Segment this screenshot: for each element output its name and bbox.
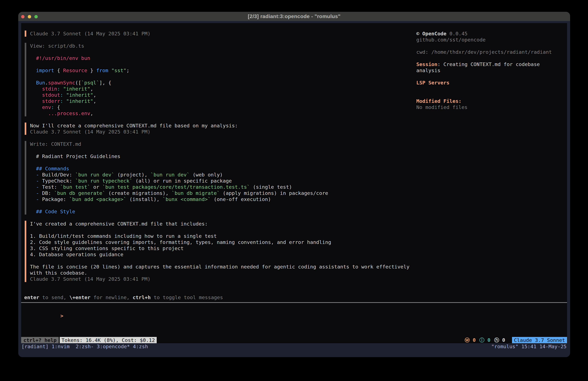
info-count-indicator: ⓘ 0 — [479, 337, 490, 344]
text-segment: (apply migrations) in packages/core — [220, 190, 328, 196]
text-segment: Session — [416, 61, 438, 67]
text-segment: Build/Dev: — [39, 172, 75, 178]
text-segment: { — [54, 104, 60, 110]
text-segment: (web only) — [189, 172, 223, 178]
terminal-line: ## Commands — [30, 165, 567, 172]
terminal-line — [416, 73, 567, 80]
zoom-button[interactable] — [34, 15, 38, 18]
text-segment: `bun db generate` — [54, 190, 105, 196]
terminal-line: # Radiant Project Guidelines — [30, 153, 567, 159]
text-segment: `bun db migrate` — [171, 190, 220, 196]
terminal-line — [30, 147, 567, 153]
prompt-input[interactable]: > — [24, 307, 567, 313]
text-segment: : — [51, 104, 54, 110]
terminal-line — [416, 92, 567, 98]
text-segment: 3. CSS styling conventions specific to t… — [30, 246, 184, 251]
traffic-lights — [21, 15, 38, 18]
text-segment: `bunx <command>` — [163, 196, 211, 202]
text-segment: - — [30, 178, 39, 184]
terminal-line: 3. CSS styling conventions specific to t… — [30, 245, 567, 251]
terminal-line: 2. Code style guidelines covering import… — [30, 239, 567, 245]
text-segment: ctrl+h — [133, 294, 151, 300]
text-segment: © OpenCode — [416, 31, 446, 37]
terminal-content: Claude 3.7 Sonnet (14 May 2025 03:41 PM)… — [18, 23, 570, 357]
text-segment: `bun add <package>` — [69, 196, 126, 202]
text-segment: DB: — [39, 190, 54, 196]
terminal-line: analysis — [416, 67, 567, 73]
text-segment: (single test) — [250, 184, 292, 190]
text-segment: , — [90, 111, 93, 116]
gap — [25, 215, 567, 221]
terminal-line: Modified Files: — [416, 98, 567, 104]
text-segment: Claude 3.7 Sonnet (14 May 2025 03:41 PM) — [30, 276, 150, 282]
terminal-line: 4. Database operations guidance — [30, 251, 567, 257]
minimize-button[interactable] — [28, 15, 31, 18]
text-segment: `bun run dev` — [150, 172, 190, 178]
text-segment: Claude 3.7 Sonnet (14 May 2025 03:41 PM) — [30, 129, 150, 135]
text-segment: \+enter — [69, 294, 90, 300]
terminal-line — [30, 159, 567, 165]
text-segment: spawnSync — [48, 80, 75, 86]
text-segment: from — [96, 67, 108, 73]
terminal-line: No modified files — [416, 104, 567, 110]
terminal-line — [30, 202, 567, 208]
text-segment: "sst" — [111, 67, 126, 73]
gap — [25, 116, 567, 123]
text-segment: : — [60, 92, 63, 98]
text-segment: Modified Files: — [416, 98, 462, 104]
terminal-line — [30, 227, 567, 233]
tmux-session-info: "romulus" 15:41 14-May-25 — [491, 344, 567, 349]
text-segment: Bun — [30, 80, 45, 86]
text-segment: github.com/sst/opencode — [416, 37, 485, 43]
text-segment: LSP Servers — [416, 80, 449, 86]
terminal-line — [30, 116, 567, 123]
chat-area: Claude 3.7 Sonnet (14 May 2025 03:41 PM)… — [21, 23, 567, 337]
terminal-line: - Build/Dev: `bun run dev` (project), `b… — [30, 172, 567, 178]
desktop: [2/3] radiant:3:opencode - "romulus" Cla… — [0, 0, 588, 381]
text-segment: enter — [24, 294, 39, 300]
composer-divider — [21, 302, 567, 303]
gap — [25, 282, 567, 294]
text-segment: ## Commands — [30, 166, 69, 171]
text-segment: 4. Database operations guidance — [30, 251, 124, 257]
text-segment: `bun run typecheck` — [75, 178, 132, 184]
text-segment — [60, 86, 63, 92]
terminal-line: Write: CONTEXT.md — [30, 141, 567, 147]
text-segment: or — [90, 184, 102, 190]
text-segment: I've created a comprehensive CONTEXT.md … — [30, 221, 208, 227]
window-title: [2/3] radiant:3:opencode - "romulus" — [248, 13, 341, 19]
opencode-app: Claude 3.7 Sonnet (14 May 2025 03:41 PM)… — [21, 23, 567, 343]
terminal-line: LSP Servers — [416, 80, 567, 86]
text-segment: "inherit" — [66, 92, 93, 98]
terminal-line: ## Code Style — [30, 208, 567, 215]
tokens-cost-chip: Tokens: 16.4K (8%), Cost: $0.12 — [60, 337, 157, 343]
terminal-line — [416, 43, 567, 49]
text-segment: 0.0.45 — [446, 31, 468, 37]
text-segment: stderr — [30, 98, 60, 104]
text-segment: (install), — [126, 196, 163, 202]
terminal-line — [30, 282, 567, 288]
text-segment: } — [87, 67, 96, 73]
diagnostic-indicators: ⓦ 0ⓘ 0ⓗ 0 — [465, 337, 505, 344]
text-segment: ; — [126, 67, 129, 73]
tmux-window-list: [radiant] 1:nvim 2:zsh- 3:opencode* 4:zs… — [21, 344, 148, 349]
status-bar-right: ⓦ 0ⓘ 0ⓗ 0 Claude 3.7 Sonnet — [465, 337, 567, 343]
text-segment: for newline, — [90, 294, 133, 300]
window-titlebar: [2/3] radiant:3:opencode - "romulus" — [18, 12, 570, 21]
text-segment: 1. Build/lint/test commands including ho… — [30, 233, 217, 239]
tmux-status-bar: [radiant] 1:nvim 2:zsh- 3:opencode* 4:zs… — [18, 343, 570, 350]
text-segment: ([ — [75, 80, 81, 86]
model-chip: Claude 3.7 Sonnet — [512, 337, 567, 343]
text-segment: analysis — [416, 67, 440, 73]
text-segment: (all) or run in specific package — [132, 178, 232, 184]
text-segment: - — [30, 184, 39, 190]
terminal-window: [2/3] radiant:3:opencode - "romulus" Cla… — [18, 12, 570, 357]
terminal-line: - DB: `bun db generate` (create migratio… — [30, 190, 567, 196]
text-segment: (create migrations), — [105, 190, 172, 196]
text-segment: . — [45, 80, 48, 86]
gap — [25, 135, 567, 141]
terminal-line — [416, 86, 567, 92]
text-segment: `psql` — [81, 80, 99, 86]
close-button[interactable] — [21, 15, 24, 18]
text-segment: - — [30, 196, 39, 202]
